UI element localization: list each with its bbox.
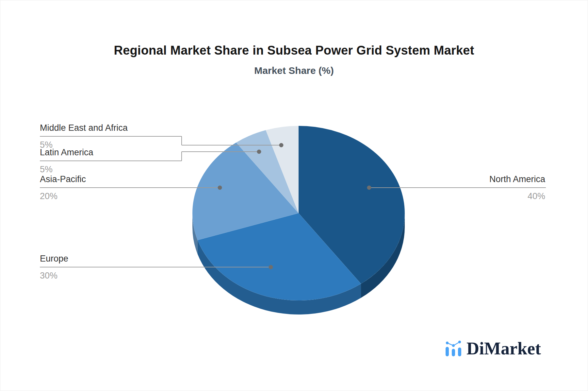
leader-dot-europe xyxy=(269,265,273,269)
slice-label-north-america: North America xyxy=(489,174,545,184)
dimarket-logo: DiMarket xyxy=(446,339,541,358)
leader-dot-middle-east-and-africa xyxy=(279,143,284,147)
slice-value-north-america: 40% xyxy=(528,191,545,201)
slice-label-asia-pacific: Asia-Pacific xyxy=(40,174,86,184)
leader-dot-latin-america xyxy=(257,150,261,154)
bar-line-chart-logo-icon xyxy=(446,341,462,356)
slice-value-europe: 30% xyxy=(40,270,57,281)
leader-dot-north-america xyxy=(367,186,371,190)
slice-value-middle-east-and-africa: 5% xyxy=(40,140,53,150)
chart-canvas: Regional Market Share in Subsea Power Gr… xyxy=(0,0,588,391)
dimarket-logo-text: DiMarket xyxy=(466,339,541,358)
slice-value-latin-america: 5% xyxy=(40,164,53,175)
leader-dot-asia-pacific xyxy=(218,186,222,190)
pie-chart xyxy=(0,0,588,391)
slice-label-europe: Europe xyxy=(40,253,68,264)
slice-value-asia-pacific: 20% xyxy=(40,191,57,201)
slice-label-middle-east-and-africa: Middle East and Africa xyxy=(40,123,128,133)
